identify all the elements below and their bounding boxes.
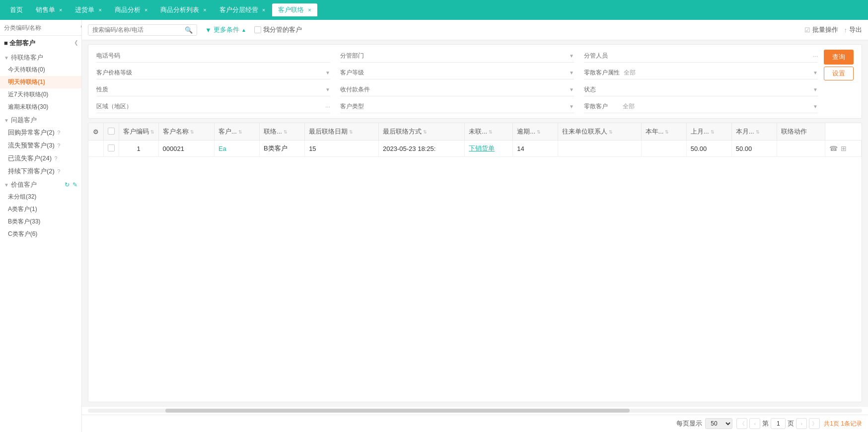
row-name[interactable]: Ea — [214, 141, 259, 157]
filter-customer-type-select[interactable]: ▼ — [379, 104, 574, 109]
sidebar-item-ungrouped[interactable]: 未分组(32) — [0, 191, 81, 203]
per-page-select[interactable]: 50 100 200 — [705, 418, 732, 429]
close-icon[interactable]: × — [145, 7, 147, 13]
col-checkbox[interactable] — [103, 123, 119, 141]
sidebar-item-tomorrow[interactable]: 明天待联络(1) — [0, 76, 81, 88]
batch-ops-btn[interactable]: ☑ 批量操作 — [804, 25, 838, 34]
select-all-checkbox[interactable] — [108, 128, 115, 135]
sort-icon[interactable]: ⇅ — [711, 130, 715, 135]
sort-icon[interactable]: ⇅ — [238, 130, 242, 135]
checkbox-icon[interactable] — [254, 26, 261, 33]
nav-tab-customer-tier[interactable]: 客户分层经营 × — [214, 3, 271, 16]
filter-region[interactable]: 区域（地区） ··· — [96, 100, 330, 113]
edit-icon[interactable]: ✎ — [72, 181, 77, 188]
col-gear[interactable]: ⚙ — [88, 123, 103, 141]
collapse-icon[interactable]: 《 — [72, 39, 77, 48]
sort-icon[interactable]: ⇅ — [489, 130, 493, 135]
close-icon[interactable]: × — [262, 7, 265, 13]
sidebar-item-repurchase-abnormal[interactable]: 回购异常客户(2) ? — [0, 126, 81, 139]
page-input[interactable] — [771, 418, 786, 429]
row-last-method[interactable]: 下销货单 — [465, 141, 513, 157]
sidebar-item-7days[interactable]: 近7天待联络(0) — [0, 88, 81, 101]
close-icon[interactable]: × — [59, 7, 62, 13]
sidebar-all-customers[interactable]: ■ 全部客户 《 — [0, 36, 81, 51]
phone-action-icon[interactable]: ☎ — [829, 144, 838, 152]
filter-customer-type[interactable]: 客户类型 ▼ — [340, 100, 574, 113]
scroll-thumb[interactable] — [165, 409, 630, 413]
row-select-checkbox[interactable] — [108, 144, 115, 151]
sort-icon[interactable]: ⇅ — [423, 130, 427, 135]
sort-icon[interactable]: ⇅ — [665, 130, 669, 135]
close-icon[interactable]: × — [308, 7, 311, 13]
row-checkbox[interactable] — [103, 141, 119, 157]
filter-level-select[interactable]: ▼ — [379, 70, 574, 75]
filter-payment-select[interactable]: ▼ — [379, 87, 574, 92]
filter-nature[interactable]: 性质 ▼ — [96, 83, 330, 96]
sort-icon[interactable]: ⇅ — [756, 130, 760, 135]
set-button[interactable]: 设置 — [824, 67, 854, 80]
row-no: 1 — [119, 141, 158, 157]
nav-tab-customer-contact[interactable]: 客户联络 × — [272, 3, 317, 16]
sidebar-group-value: ▼ 价值客户 ↻ ✎ — [0, 178, 81, 191]
sort-icon[interactable]: ⇅ — [537, 130, 541, 135]
query-button[interactable]: 查询 — [824, 50, 854, 65]
dots-icon[interactable]: ··· — [325, 103, 330, 110]
search-input[interactable] — [92, 26, 183, 33]
filter-region-select[interactable]: ··· — [136, 103, 330, 110]
filter-dept-select[interactable]: ▼ — [379, 53, 574, 59]
nav-tab-purchase[interactable]: 进货单 × — [69, 3, 107, 16]
horizontal-scrollbar[interactable] — [82, 406, 868, 415]
my-customers-checkbox[interactable]: 我分管的客户 — [254, 25, 302, 34]
sidebar-item-churn-warning[interactable]: 流失预警客户(3) ? — [0, 139, 81, 152]
nav-tab-analysis[interactable]: 商品分析 × — [109, 3, 153, 16]
sidebar-item-class-b[interactable]: B类客户(33) — [0, 216, 81, 228]
sidebar-item-churned[interactable]: 已流失客户(24) ? — [0, 152, 81, 165]
help-icon: ? — [57, 143, 60, 148]
filter-sparse-attr-select[interactable]: 全部 ▼ — [624, 69, 818, 77]
search-icon[interactable]: 🔍 — [185, 26, 193, 34]
filter-manager-select[interactable]: ··· — [623, 53, 818, 60]
filter-price-level[interactable]: 客户价格等级 ▼ — [96, 67, 330, 79]
nav-home[interactable]: 首页 — [4, 3, 29, 16]
nav-last-btn[interactable]: 》 — [809, 418, 820, 429]
export-btn[interactable]: ↑ 导出 — [844, 25, 863, 34]
nav-next-btn[interactable]: › — [796, 418, 807, 429]
filter-sparse-select[interactable]: 全部 ▼ — [623, 102, 818, 111]
help-icon: ? — [54, 155, 57, 161]
filter-level[interactable]: 客户等级 ▼ — [340, 67, 574, 79]
sort-icon[interactable]: ⇅ — [284, 130, 288, 135]
nav-first-btn[interactable]: 《 — [736, 418, 747, 429]
sidebar-item-class-a[interactable]: A类客户(1) — [0, 203, 81, 216]
arrow-icon: ▼ — [4, 118, 9, 123]
filter-status-select[interactable]: ▼ — [623, 87, 818, 92]
sort-icon[interactable]: ⇅ — [349, 130, 353, 135]
close-icon[interactable]: × — [203, 7, 206, 13]
close-icon[interactable]: × — [98, 7, 101, 13]
sort-icon[interactable]: ⇅ — [150, 130, 154, 135]
nav-tab-sales[interactable]: 销售单 × — [30, 3, 68, 16]
sort-icon[interactable]: ⇅ — [609, 130, 613, 135]
col-year-amount: 本年...⇅ — [641, 123, 686, 141]
sidebar-item-class-c[interactable]: C类客户(6) — [0, 228, 81, 240]
sidebar-item-today[interactable]: 今天待联络(0) — [0, 64, 81, 76]
dots-icon[interactable]: ··· — [813, 53, 818, 60]
filter-sparse-attr[interactable]: 零散客户属性 全部 ▼ — [584, 67, 818, 79]
sort-icon[interactable]: ⇅ — [190, 130, 194, 135]
grid-action-icon[interactable]: ⊞ — [841, 144, 847, 152]
filter-payment[interactable]: 收付款条件 ▼ — [340, 83, 574, 96]
filter-manager[interactable]: 分管人员 ··· — [584, 50, 818, 63]
filter-sparse[interactable]: 零散客户 全部 ▼ — [584, 100, 818, 113]
nav-tab-analysis-list[interactable]: 商品分析列表 × — [154, 3, 212, 16]
filter-phone-input[interactable] — [135, 53, 330, 60]
sidebar-item-declining[interactable]: 持续下滑客户(2) ? — [0, 165, 81, 178]
filter-nature-select[interactable]: ▼ — [135, 87, 330, 92]
sidebar-search-input[interactable] — [4, 24, 78, 31]
sidebar-item-overdue[interactable]: 逾期未联络(30) — [0, 101, 81, 113]
filter-dept[interactable]: 分管部门 ▼ — [340, 50, 574, 63]
nav-prev-btn[interactable]: ‹ — [749, 418, 760, 429]
refresh-icon[interactable]: ↻ — [65, 181, 70, 188]
filter-more-btn[interactable]: ▼ 更多条件 ▲ — [201, 24, 250, 36]
filter-status[interactable]: 状态 ▼ — [584, 83, 818, 96]
filter-price-select[interactable]: ▼ — [136, 70, 330, 75]
row-gear — [88, 141, 103, 157]
